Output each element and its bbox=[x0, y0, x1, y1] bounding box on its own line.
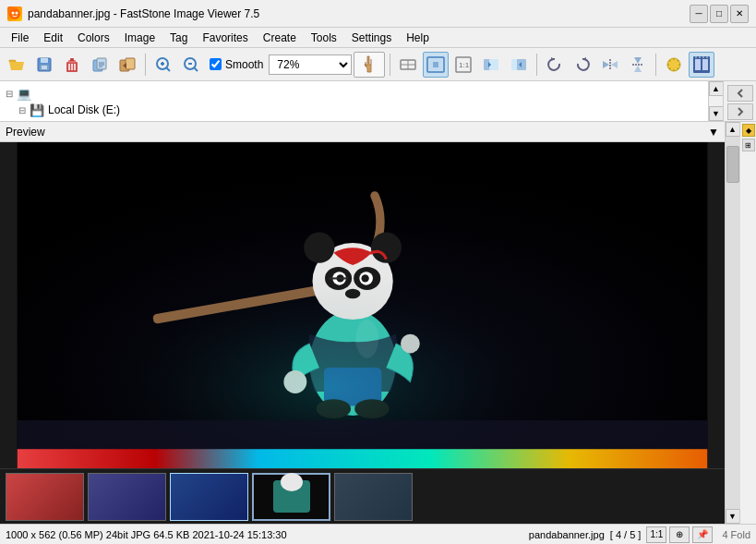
separator-2 bbox=[390, 54, 390, 76]
thumbnail-strip bbox=[0, 468, 725, 524]
expand-icon[interactable]: ⊟ bbox=[6, 89, 13, 99]
panel-btn-2[interactable]: ⊞ bbox=[742, 139, 755, 151]
svg-rect-15 bbox=[97, 58, 106, 69]
tree-root: ⊟ 💻 bbox=[6, 85, 702, 102]
vertical-scrollbar: ▲ ▼ bbox=[725, 122, 739, 524]
preview-collapse-btn[interactable]: ▼ bbox=[708, 126, 719, 139]
zoom-dropdown[interactable]: 25% 50% 72% 100% 150% 200% Fit Window Fi… bbox=[269, 54, 352, 75]
nav-prev-button[interactable] bbox=[727, 85, 753, 102]
menu-edit[interactable]: Edit bbox=[36, 30, 70, 46]
status-right: pandabanner.jpg [ 4 / 5 ] 1:1 ⊕ 📌 4 Fold bbox=[529, 526, 750, 543]
thumbnail-1[interactable] bbox=[6, 473, 84, 521]
pin-button[interactable]: 📌 bbox=[692, 526, 713, 543]
thumbnail-2[interactable] bbox=[88, 473, 166, 521]
prev-image-button[interactable] bbox=[478, 52, 504, 78]
svg-rect-20 bbox=[126, 58, 135, 69]
svg-rect-45 bbox=[695, 56, 697, 58]
ratio-button[interactable]: 1:1 bbox=[646, 526, 666, 543]
local-disk-label[interactable]: Local Disk (E:) bbox=[48, 103, 120, 116]
menu-file[interactable]: File bbox=[4, 30, 36, 46]
flip-h-button[interactable] bbox=[597, 52, 623, 78]
browser-nav-arrows bbox=[723, 81, 756, 121]
status-info: 1000 x 562 (0.56 MP) 24bit JPG 64.5 KB 2… bbox=[6, 529, 529, 540]
browser-scroll-down[interactable]: ▼ bbox=[709, 106, 724, 121]
separator-1 bbox=[145, 54, 146, 76]
next-image-button[interactable] bbox=[506, 52, 532, 78]
adobe-folder-icon: 📁 bbox=[44, 120, 59, 122]
file-tree: ⊟ 💻 ⊟ 💾 Local Disk (E:) ⊞ 📁 Adobe bbox=[0, 81, 708, 121]
delete-button[interactable] bbox=[59, 52, 85, 78]
svg-marker-39 bbox=[551, 57, 555, 61]
menu-help[interactable]: Help bbox=[399, 30, 437, 46]
browser-scrollbar: ▲ ▼ bbox=[708, 81, 723, 121]
rotate-right-button[interactable] bbox=[570, 52, 595, 78]
status-bar: 1000 x 562 (0.56 MP) 24bit JPG 64.5 KB 2… bbox=[0, 524, 756, 544]
svg-rect-44 bbox=[702, 59, 708, 70]
svg-rect-69 bbox=[18, 142, 708, 468]
smooth-label[interactable]: Smooth bbox=[225, 58, 263, 71]
filmstrip-button[interactable] bbox=[689, 52, 714, 78]
menu-image[interactable]: Image bbox=[117, 30, 162, 46]
menu-bar: File Edit Colors Image Tag Favorites Cre… bbox=[0, 28, 756, 48]
menu-tag[interactable]: Tag bbox=[162, 30, 195, 46]
preview-label: Preview bbox=[6, 126, 45, 139]
image-info: 1000 x 562 (0.56 MP) 24bit JPG 64.5 KB 2… bbox=[6, 529, 287, 540]
tree-adobe: ⊞ 📁 Adobe bbox=[6, 118, 702, 121]
local-disk-expand-icon[interactable]: ⊟ bbox=[18, 105, 26, 115]
enhance-button[interactable] bbox=[661, 52, 687, 78]
rotate-left-button[interactable] bbox=[542, 52, 568, 78]
move-to-button[interactable] bbox=[114, 52, 140, 78]
thumbnail-4-active[interactable] bbox=[252, 473, 330, 521]
preview-panel: Preview ▼ bbox=[0, 122, 725, 524]
svg-line-24 bbox=[167, 67, 171, 71]
scroll-track[interactable] bbox=[726, 137, 740, 509]
zoom-in-button[interactable] bbox=[150, 52, 176, 78]
svg-rect-10 bbox=[70, 58, 74, 61]
app-icon bbox=[7, 6, 22, 21]
scroll-down-button[interactable]: ▼ bbox=[726, 509, 740, 524]
svg-rect-46 bbox=[699, 56, 701, 58]
fit-window-button[interactable] bbox=[423, 52, 449, 78]
menu-tools[interactable]: Tools bbox=[304, 30, 344, 46]
smooth-checkbox-group: Smooth bbox=[210, 58, 263, 71]
separator-4 bbox=[655, 54, 656, 76]
content-area: Preview ▼ bbox=[0, 122, 756, 524]
browser-scroll-up[interactable]: ▲ bbox=[709, 81, 724, 96]
adobe-label[interactable]: Adobe bbox=[63, 120, 95, 121]
close-button[interactable]: ✕ bbox=[730, 5, 749, 23]
image-container[interactable] bbox=[0, 142, 725, 468]
svg-rect-7 bbox=[42, 66, 47, 69]
copy-to-button[interactable] bbox=[87, 52, 113, 78]
scroll-thumb[interactable] bbox=[726, 146, 739, 183]
main-image-svg bbox=[0, 142, 725, 468]
flip-v-button[interactable] bbox=[625, 52, 651, 78]
thumbnail-3[interactable] bbox=[170, 473, 248, 521]
minimize-button[interactable]: ─ bbox=[690, 5, 708, 23]
zoom-out-button[interactable] bbox=[178, 52, 204, 78]
stretch-button[interactable] bbox=[395, 52, 421, 78]
svg-rect-5 bbox=[41, 58, 48, 63]
menu-settings[interactable]: Settings bbox=[344, 30, 399, 46]
pan-tool-button[interactable] bbox=[354, 52, 385, 78]
computer-icon: 💻 bbox=[17, 87, 31, 101]
save-button[interactable] bbox=[31, 52, 57, 78]
panel-btn-1[interactable]: ◆ bbox=[742, 124, 755, 137]
menu-create[interactable]: Create bbox=[256, 30, 304, 46]
svg-point-2 bbox=[16, 11, 18, 14]
actual-size-button[interactable]: 1:1 bbox=[450, 52, 476, 78]
scroll-up-button[interactable]: ▲ bbox=[726, 122, 740, 137]
right-panel: ◆ ⊞ bbox=[739, 122, 756, 524]
svg-point-0 bbox=[9, 8, 20, 19]
menu-colors[interactable]: Colors bbox=[70, 30, 117, 46]
thumbnail-5[interactable] bbox=[334, 473, 413, 521]
smooth-checkbox[interactable] bbox=[210, 58, 222, 70]
crosshair-button[interactable]: ⊕ bbox=[669, 526, 690, 543]
window-title: pandabanner.jpg - FastStone Image Viewer… bbox=[28, 7, 690, 20]
svg-rect-48 bbox=[706, 56, 708, 58]
maximize-button[interactable]: □ bbox=[710, 5, 728, 23]
browser-pane: ⊟ 💻 ⊟ 💾 Local Disk (E:) ⊞ 📁 Adobe ▲ ▼ bbox=[0, 81, 756, 122]
open-button[interactable] bbox=[4, 52, 30, 78]
menu-favorites[interactable]: Favorites bbox=[195, 30, 255, 46]
nav-next-button[interactable] bbox=[727, 103, 753, 120]
tree-local-disk: ⊟ 💾 Local Disk (E:) bbox=[6, 102, 702, 118]
